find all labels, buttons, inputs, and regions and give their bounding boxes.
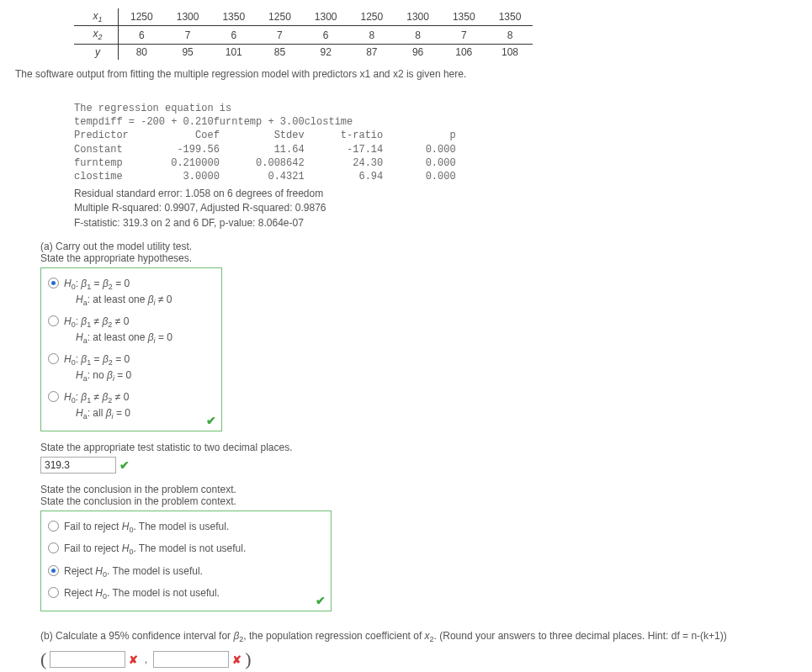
test-stat-input[interactable] bbox=[40, 457, 116, 474]
hypothesis-option[interactable]: H0: β1 ≠ β2 ≠ 0 Ha: all βi = 0 bbox=[46, 387, 215, 425]
residual-stats: Residual standard error: 1.058 on 6 degr… bbox=[74, 187, 797, 230]
conclusion-options: Fail to reject H0. The model is useful. … bbox=[40, 511, 332, 611]
row-label: x1 bbox=[74, 8, 119, 26]
check-icon: ✔ bbox=[206, 414, 216, 427]
conclusion-option[interactable]: Fail to reject H0. The model is not usef… bbox=[46, 538, 324, 561]
check-icon: ✔ bbox=[119, 458, 130, 472]
radio-icon[interactable] bbox=[48, 278, 59, 288]
hypothesis-option[interactable]: H0: β1 = β2 = 0 Ha: at least one βi ≠ 0 bbox=[46, 273, 215, 311]
conclusion-prompt: State the conclusion in the problem cont… bbox=[40, 495, 797, 507]
radio-icon[interactable] bbox=[48, 565, 59, 576]
paren-icon: ( bbox=[40, 648, 46, 670]
x-icon: ✘ bbox=[232, 653, 241, 666]
conclusion-option[interactable]: Fail to reject H0. The model is useful. bbox=[46, 516, 324, 539]
radio-icon[interactable] bbox=[48, 315, 59, 326]
data-table: x1 125013001350125013001250130013501350 … bbox=[74, 8, 533, 60]
hypotheses-options: H0: β1 = β2 = 0 Ha: at least one βi ≠ 0 … bbox=[40, 267, 222, 431]
conclusion-option[interactable]: Reject H0. The model is not useful. bbox=[46, 583, 324, 606]
regression-output: The regression equation is tempdiff = -2… bbox=[74, 88, 797, 183]
radio-icon[interactable] bbox=[48, 542, 59, 553]
row-label: y bbox=[74, 44, 119, 60]
part-a-prompt: (a) Carry out the model utility test. bbox=[40, 241, 797, 252]
radio-icon[interactable] bbox=[48, 521, 59, 532]
radio-icon[interactable] bbox=[48, 353, 59, 364]
x-icon: ✘ bbox=[129, 653, 138, 666]
part-b-prompt: (b) Calculate a 95% confidence interval … bbox=[40, 630, 797, 643]
intro-text: The software output from fitting the mul… bbox=[15, 68, 797, 80]
conclusion-prompt: State the conclusion in the problem cont… bbox=[40, 484, 797, 495]
ci-upper-input[interactable] bbox=[153, 651, 229, 668]
hypotheses-prompt: State the appropriate hypotheses. bbox=[40, 252, 797, 264]
paren-icon: ) bbox=[245, 648, 251, 670]
hypothesis-option[interactable]: H0: β1 ≠ β2 ≠ 0 Ha: at least one βi = 0 bbox=[46, 311, 215, 349]
check-icon: ✔ bbox=[316, 594, 326, 607]
radio-icon[interactable] bbox=[48, 587, 59, 598]
conclusion-option[interactable]: Reject H0. The model is useful. bbox=[46, 561, 324, 584]
radio-icon[interactable] bbox=[48, 391, 59, 402]
test-stat-prompt: State the appropriate test statistic to … bbox=[40, 442, 797, 453]
row-label: x2 bbox=[74, 26, 119, 44]
hypothesis-option[interactable]: H0: β1 = β2 = 0 Ha: no βi = 0 bbox=[46, 349, 215, 387]
ci-lower-input[interactable] bbox=[50, 651, 125, 668]
